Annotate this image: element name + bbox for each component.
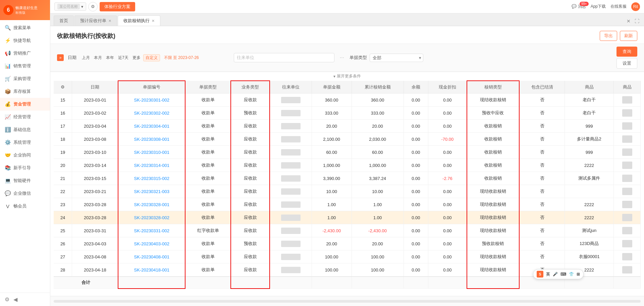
query-button[interactable]: 查询 [616, 47, 637, 57]
partner-placeholder: 往来单位 [237, 55, 254, 61]
cell-biz-type: 应收款 [231, 263, 270, 277]
settings-icon[interactable]: ⚙ [5, 296, 9, 303]
ime-keyboard-icon[interactable]: ⌨ [560, 272, 566, 277]
filter-toggle-button[interactable]: » [57, 54, 64, 61]
sidebar-item-库存核算[interactable]: 📦库存核算 [0, 85, 50, 98]
col-bill-no[interactable]: 单据编号 [118, 81, 185, 94]
partner-input[interactable]: 往来单位 [234, 53, 334, 62]
col-balance[interactable]: 余额 [404, 81, 428, 94]
ime-skin-icon[interactable]: 👕 [569, 272, 574, 277]
sidebar-item-基础信息[interactable]: ℹ️基础信息 [0, 123, 50, 136]
col-written-off[interactable]: 累计核销金额 [352, 81, 404, 94]
app-download-link[interactable]: App下载 [591, 4, 606, 9]
trial-button[interactable]: 体验行业方案 [100, 2, 135, 11]
cell-write-off-type: 收款核销 [467, 120, 520, 133]
tab-home[interactable]: 首页 [54, 15, 74, 26]
export-button[interactable]: 导出 [600, 31, 617, 41]
bill-no-link[interactable]: SK-20230310-001 [134, 150, 170, 155]
bill-no-link[interactable]: SK-20230304-001 [134, 124, 170, 129]
last-7days-btn[interactable]: 近7天 [117, 54, 130, 61]
sidebar-item-快捷导航[interactable]: ⚡快捷导航 [0, 34, 50, 47]
cell-balance: 0.00 [404, 263, 428, 277]
col-bill-type[interactable]: 单据类型 [185, 81, 231, 94]
tab-writeoff-close[interactable]: ✕ [152, 19, 155, 23]
bill-no-link[interactable]: SK-20230314-001 [134, 163, 170, 168]
tab-prepayment[interactable]: 预计应收付单 ✕ [74, 15, 117, 26]
cell-partner: ██ [270, 211, 312, 224]
col-date[interactable]: 日期 [72, 81, 118, 94]
sidebar-icon: 🔍 [5, 25, 11, 31]
refresh-button[interactable]: 刷新 [620, 31, 637, 41]
bill-no-link[interactable]: SK-20230331-002 [134, 228, 170, 233]
sidebar-label: 快捷导航 [13, 38, 31, 44]
sidebar-item-资金管理[interactable]: 💰资金管理 [0, 98, 50, 111]
bill-no-link[interactable]: SK-20230328-002 [134, 215, 170, 220]
cell-partner: ██ [270, 107, 312, 120]
sidebar-item-经营管理[interactable]: 📈经营管理 [0, 111, 50, 123]
gear-button[interactable]: ⚙ [88, 2, 98, 11]
more-dates-btn[interactable]: 更多 [131, 54, 142, 61]
bill-no-link[interactable]: SK-20230321-003 [134, 189, 170, 194]
col-biz-type[interactable]: 业务类型 [231, 81, 270, 94]
col-write-off-type[interactable]: 核销类型 [467, 81, 520, 94]
col-settings[interactable]: ⚙ [54, 81, 72, 94]
col-goods2[interactable]: 商品 [614, 81, 641, 94]
notification-area[interactable]: 💬 消息 99+ [572, 4, 586, 9]
close-tab-icon[interactable]: ✕ [625, 18, 632, 24]
cell-bill-no: SK-20230403-002 [118, 237, 185, 250]
sidebar-item-畅会员[interactable]: V畅会员 [0, 200, 50, 212]
col-partner[interactable]: 往来单位 [270, 81, 312, 94]
cell-written-off: 20.00 [352, 237, 404, 250]
maximize-icon[interactable]: ⛶ [633, 18, 641, 24]
bill-no-link[interactable]: SK-20230328-001 [134, 202, 170, 207]
cell-goods2 [614, 172, 641, 185]
collapse-icon[interactable]: ◀ [13, 296, 17, 303]
horizontal-scrollbar[interactable] [54, 300, 641, 303]
col-goods1[interactable]: 商品 [565, 81, 614, 94]
sidebar-nav: 🔍搜索菜单⚡快捷导航📢营销推广📊销售管理🛒采购管理📦库存核算💰资金管理📈经营管理… [0, 20, 50, 293]
col-cash-discount[interactable]: 现金折扣 [428, 81, 467, 94]
tab-writeoff[interactable]: 收款核销执行 ✕ [118, 15, 160, 26]
col-included[interactable]: 包含已结清 [519, 81, 565, 94]
sidebar-item-采购管理[interactable]: 🛒采购管理 [0, 72, 50, 85]
sidebar-item-新手引导[interactable]: 📚新手引导 [0, 162, 50, 174]
ime-floating-bar[interactable]: S 英 🎤 ⌨ 👕 ⊞ [533, 269, 584, 279]
bill-type-select[interactable]: 全部 收款单 红字收款单 [370, 54, 423, 62]
custom-date-btn[interactable]: 自定义 [143, 54, 160, 61]
online-service-link[interactable]: 在线客服 [610, 4, 627, 9]
sidebar-label: 基础信息 [13, 127, 31, 133]
cell-bill-no: SK-20230315-002 [118, 172, 185, 185]
sidebar-item-营销推广[interactable]: 📢营销推广 [0, 47, 50, 60]
sidebar-item-企业协同[interactable]: 🤝企业协同 [0, 149, 50, 162]
sidebar-item-智能硬件[interactable]: 💻智能硬件 [0, 174, 50, 187]
sidebar-item-销售管理[interactable]: 📊销售管理 [0, 60, 50, 72]
cell-bill-type: 收款单 [185, 172, 231, 185]
data-table-container[interactable]: ⚙ 日期 单据编号 单据类型 业务类型 往来单位 单据金额 累计核销金额 余额 … [50, 80, 644, 296]
tab-prepayment-close[interactable]: ✕ [108, 19, 111, 23]
last-month-btn[interactable]: 上月 [80, 54, 91, 61]
user-avatar[interactable]: Rit [631, 2, 640, 11]
bill-no-link[interactable]: SK-20230403-002 [134, 241, 170, 246]
col-amount[interactable]: 单据金额 [312, 81, 352, 94]
this-year-btn[interactable]: 本年 [105, 54, 115, 61]
ime-mic-icon[interactable]: 🎤 [553, 272, 558, 277]
filter-setting-button[interactable]: 设置 [616, 58, 637, 69]
cell-date: 2023-03-04 [72, 120, 118, 133]
bill-no-link[interactable]: SK-20230315-002 [134, 176, 170, 181]
bill-no-link[interactable]: SK-20230408-001 [134, 254, 170, 259]
ime-grid-icon[interactable]: ⊞ [577, 272, 580, 277]
bill-no-link[interactable]: SK-20230302-002 [134, 111, 170, 116]
cell-balance: 0.00 [404, 159, 428, 172]
cell-bill-type: 红字收款单 [185, 224, 231, 237]
company-selector[interactable]: 某公司名称 ▾ [54, 2, 86, 11]
ime-text: 英 [546, 271, 550, 277]
sidebar-item-企业微信[interactable]: 💬企业微信 [0, 187, 50, 200]
sidebar-item-搜索菜单[interactable]: 🔍搜索菜单 [0, 21, 50, 34]
cell-goods1: 多计量商品2 [565, 133, 614, 146]
bill-no-link[interactable]: SK-20230301-002 [134, 98, 170, 103]
expand-conditions-bar[interactable]: ▾ 展开更多条件 [50, 72, 644, 80]
bill-no-link[interactable]: SK-20230308-001 [134, 137, 170, 142]
sidebar-item-系统管理[interactable]: ⚙️系统管理 [0, 136, 50, 149]
bill-no-link[interactable]: SK-20230418-001 [134, 267, 170, 272]
this-month-btn[interactable]: 本月 [93, 54, 103, 61]
